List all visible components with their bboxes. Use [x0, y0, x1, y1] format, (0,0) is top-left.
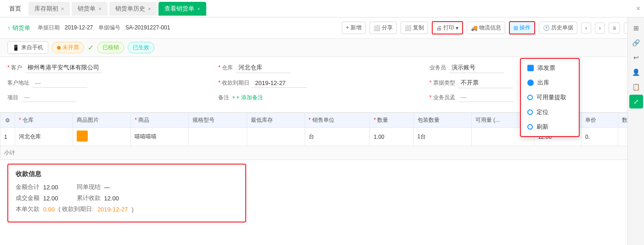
doc-header: ↑ 销货单 单据日期 2019-12-27 单据编号 SA-20191227-0… [0, 17, 644, 39]
right-toolbar: ⊞ 🔗 ↩ 👤 📋 ⤢ [627, 17, 644, 245]
cumulative-label: 累计收款 [77, 194, 101, 202]
history-label: 历史单据 [551, 24, 573, 32]
print-label: 打印 [443, 24, 454, 32]
locate-item[interactable]: 定位 [521, 105, 579, 120]
available-qty-icon [527, 95, 533, 100]
doc-type-label: 销货单 [12, 24, 30, 32]
refresh-label: 刷新 [537, 123, 548, 131]
summary-row-2: 成交金额 12.00 累计收款 12.00 [16, 194, 238, 202]
rt-btn-5[interactable]: 📋 [629, 80, 643, 94]
share-button[interactable]: ⬜ 分享 [369, 22, 397, 34]
total-label: 金额合计 [16, 183, 40, 191]
history-button[interactable]: 🕐 历史单据 [539, 22, 577, 34]
subtotal-label: 小计 [0, 146, 644, 160]
tab-close-icon[interactable]: × [148, 6, 151, 11]
rt-btn-3[interactable]: ↩ [629, 51, 643, 64]
col-product-img: 商品图片 [73, 113, 131, 128]
tab-sales-order[interactable]: 销货单 × [72, 2, 107, 16]
print-icon: 🖨 [436, 25, 442, 31]
confirm-icon[interactable]: ✓ [88, 43, 94, 52]
next-button[interactable]: › [595, 23, 605, 34]
outbound-label: 出库 [537, 79, 549, 87]
no-label: 单据编号 [98, 24, 120, 31]
warehouse-label: 仓库 [218, 64, 233, 72]
outbound-icon [527, 80, 534, 86]
rt-btn-2[interactable]: 🔗 [629, 36, 643, 50]
total-field: 金额合计 12.00 [16, 183, 58, 191]
tab-close-icon[interactable]: × [197, 6, 200, 11]
logistics-label: 物流信息 [479, 24, 501, 32]
close-all-icon[interactable]: × [636, 5, 640, 13]
tab-view-sales[interactable]: 查看销货单 × [158, 2, 206, 16]
tab-close-icon[interactable]: × [98, 6, 101, 11]
tab-label: 查看销货单 [164, 5, 194, 13]
rt-btn-expand[interactable]: ⤢ [629, 95, 643, 108]
payment-date-value: 2019-12-27 [252, 79, 307, 88]
date-value: 2019-12-27 [65, 24, 93, 31]
summary-title: 收款信息 [16, 170, 238, 178]
address-label: 客户地址 [7, 79, 29, 87]
add-invoice-item[interactable]: 添发票 [521, 61, 579, 75]
new-button[interactable]: + 新增 [342, 22, 366, 34]
history-icon: 🕐 [543, 25, 550, 31]
logistics-button[interactable]: 🚚 物流信息 [467, 22, 505, 34]
operation-dropdown: 添发票 出库 可用量提取 定位 刷新 [520, 58, 580, 137]
address-field: 客户地址 — [7, 79, 215, 88]
toolbar2: 📱 来自手机 未开票 ✓ 已核销 已生效 [0, 39, 644, 57]
deal-label: 成交金额 [16, 194, 40, 202]
customer-field: 客户 柳州粤港平安气体有限公司 [7, 63, 215, 73]
address-value: — [32, 79, 87, 88]
col-spec: 规格型号 [189, 113, 247, 128]
no-value: SA-20191227-001 [125, 24, 170, 31]
due-date-value: 2019-12-27 [97, 206, 128, 213]
locate-icon [527, 109, 533, 115]
doc-meta: 单据日期 2019-12-27 单据编号 SA-20191227-001 [38, 24, 174, 32]
add-note-button[interactable]: + + 添加备注 [232, 94, 263, 102]
add-invoice-icon [527, 65, 534, 71]
from-phone-button[interactable]: 📱 来自手机 [7, 41, 48, 54]
product-image [77, 131, 88, 142]
prev-button[interactable]: ‹ [581, 23, 591, 34]
warehouse-value: 河北仓库 [236, 63, 291, 73]
same-order-value: — [104, 184, 110, 191]
payment-date-label: 收款到期日 [218, 79, 249, 87]
cell-unit: 台 [305, 128, 370, 146]
tab-close-icon[interactable]: × [61, 6, 64, 11]
date-label: 单据日期 [38, 24, 60, 31]
project-label: 项目 [7, 94, 18, 102]
rt-btn-1[interactable]: ⊞ [629, 21, 643, 35]
confirmed-label: 已核销 [102, 44, 119, 51]
effective-badge: 已生效 [128, 42, 154, 53]
operation-label: 操作 [520, 24, 531, 32]
refresh-icon [527, 124, 533, 130]
tab-inventory-init[interactable]: 库存期初 × [28, 2, 70, 16]
summary-box: 收款信息 金额合计 12.00 同单现结 — 成交金额 12.00 累计收款 [7, 164, 246, 222]
tab-home[interactable]: 首页 [4, 5, 27, 13]
phone-icon: 📱 [12, 45, 19, 51]
summary-row-1: 金额合计 12.00 同单现结 — [16, 183, 238, 191]
deal-value: 12.00 [43, 195, 58, 202]
total-value: 12.00 [43, 184, 58, 191]
same-order-field: 同单现结 — [77, 183, 110, 191]
print-button[interactable]: 🖨 打印 ▾ [432, 21, 463, 34]
toolbar: + 新增 ⬜ 分享 ⬜ 复制 🖨 打印 ▾ 🚚 物流信息 [342, 21, 637, 34]
operation-button[interactable]: ⊞ 操作 [509, 21, 535, 34]
dot-icon [57, 46, 61, 50]
copy-button[interactable]: ⬜ 复制 [401, 22, 428, 34]
payment-date-field: 收款到期日 2019-12-27 [218, 79, 425, 88]
locate-label: 定位 [537, 108, 548, 116]
not-open-label: 未开票 [62, 44, 79, 51]
cell-spec [189, 128, 247, 146]
cumulative-value: 12.00 [104, 195, 119, 202]
outbound-item[interactable]: 出库 [521, 75, 579, 90]
same-order-label: 同单现结 [77, 183, 101, 191]
operation-icon: ⊞ [514, 25, 518, 31]
list-view-button[interactable]: ≡ [609, 23, 620, 34]
refresh-item[interactable]: 刷新 [521, 120, 579, 134]
summary-row-3: 本单欠款 0.00 ( 收款到期日: 2019-12-27 ) [16, 205, 238, 213]
not-open-badge: 未开票 [52, 42, 84, 53]
subtotal-row: 小计 [0, 146, 644, 160]
rt-btn-4[interactable]: 👤 [629, 65, 643, 79]
available-qty-item[interactable]: 可用量提取 [521, 90, 579, 105]
tab-sales-history[interactable]: 销货单历史 × [109, 2, 157, 16]
